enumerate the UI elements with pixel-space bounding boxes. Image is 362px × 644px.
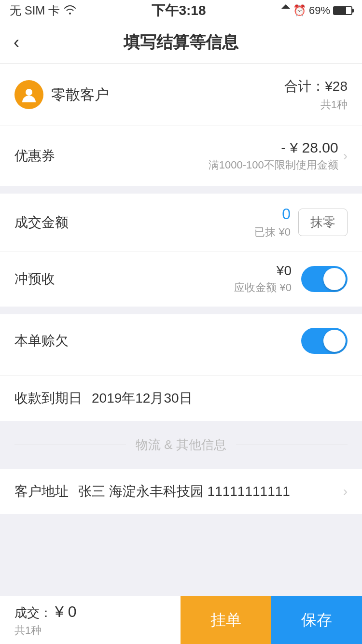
coupon-discount: - ¥ 28.00 xyxy=(209,140,338,156)
svg-point-0 xyxy=(26,89,32,96)
bottom-count: 共1种 xyxy=(14,623,166,638)
debt-section: 本单赊欠 收款到期日 2019年12月30日 xyxy=(0,314,362,421)
logistics-divider: 物流 & 其他信息 xyxy=(0,429,362,461)
customer-name: 零散客户 xyxy=(51,85,109,105)
alarm-icon: ⏰ xyxy=(293,4,306,17)
prereceive-info: ¥0 应收金额 ¥0 xyxy=(234,263,292,295)
address-section: 客户地址 张三 海淀永丰科技园 11111111111 › xyxy=(0,469,362,514)
status-time: 下午3:18 xyxy=(152,1,206,20)
no-sim-label: 无 SIM 卡 xyxy=(10,3,60,18)
location-icon xyxy=(281,4,290,17)
debt-label: 本单赊欠 xyxy=(14,332,69,350)
amount-value: 0 xyxy=(254,205,291,223)
coupon-row[interactable]: 优惠券 - ¥ 28.00 满1000-100不限制使用金额 › xyxy=(0,126,362,186)
page-title: 填写结算等信息 xyxy=(124,31,238,54)
nav-bar: ‹ 填写结算等信息 xyxy=(0,21,362,64)
address-chevron-icon: › xyxy=(343,484,348,499)
wifi-icon xyxy=(64,4,76,17)
customer-right: 合计：¥28 共1种 xyxy=(284,77,348,112)
bottom-spacer xyxy=(0,514,362,562)
address-label: 客户地址 xyxy=(14,482,69,501)
amount-label: 成交金额 xyxy=(14,213,69,232)
bottom-deal: 成交： ¥ 0 xyxy=(14,603,166,621)
divider-line-right xyxy=(236,445,348,445)
bottom-deal-label: 成交： xyxy=(14,604,52,621)
chevron-right-icon: › xyxy=(343,148,348,164)
coupon-desc: 满1000-100不限制使用金额 xyxy=(209,158,338,172)
status-right: ⏰ 69% xyxy=(281,4,352,17)
back-button[interactable]: ‹ xyxy=(14,32,19,53)
avatar xyxy=(14,80,43,109)
debt-toggle-knob xyxy=(323,330,346,352)
save-button[interactable]: 保存 xyxy=(271,596,362,644)
prereceive-receivable: 应收金额 ¥0 xyxy=(234,280,292,295)
amount-value-wrap: 0 已抹 ¥0 xyxy=(254,205,291,239)
address-value: 张三 海淀永丰科技园 11111111111 xyxy=(78,482,343,501)
battery-percent: 69% xyxy=(309,4,330,17)
toggle-knob xyxy=(323,268,346,290)
prereceive-row: 冲预收 ¥0 应收金额 ¥0 xyxy=(0,251,362,307)
amount-row: 成交金额 0 已抹 ¥0 抹零 xyxy=(0,194,362,251)
amount-sub: 已抹 ¥0 xyxy=(254,225,291,239)
coupon-right: - ¥ 28.00 满1000-100不限制使用金额 › xyxy=(209,140,348,172)
date-row: 收款到期日 2019年12月30日 xyxy=(0,375,362,421)
debt-inner: 本单赊欠 xyxy=(0,314,362,367)
customer-section: 零散客户 合计：¥28 共1种 优惠券 - ¥ 28.00 满1000-100不… xyxy=(0,64,362,186)
debt-toggle[interactable] xyxy=(301,328,348,354)
bottom-bar: 成交： ¥ 0 共1种 挂单 保存 xyxy=(0,596,362,644)
bottom-summary: 成交： ¥ 0 共1种 xyxy=(0,603,181,638)
prereceive-amount: ¥0 xyxy=(234,263,292,279)
prereceive-toggle[interactable] xyxy=(301,266,348,292)
debt-row: 本单赊欠 xyxy=(14,328,348,354)
battery-icon xyxy=(333,6,352,15)
customer-total: 合计：¥28 xyxy=(284,77,348,96)
bottom-deal-amount: ¥ 0 xyxy=(55,603,76,621)
prereceive-label: 冲预收 xyxy=(14,270,55,288)
amount-right: 0 已抹 ¥0 抹零 xyxy=(254,205,348,239)
prereceive-right: ¥0 应收金额 ¥0 xyxy=(234,263,348,295)
coupon-info: - ¥ 28.00 满1000-100不限制使用金额 xyxy=(209,140,338,172)
address-row[interactable]: 客户地址 张三 海淀永丰科技园 11111111111 › xyxy=(0,469,362,514)
amount-section: 成交金额 0 已抹 ¥0 抹零 冲预收 ¥0 应收金额 ¥0 xyxy=(0,194,362,307)
customer-row: 零散客户 合计：¥28 共1种 xyxy=(0,64,362,126)
status-left: 无 SIM 卡 xyxy=(10,3,76,18)
status-bar: 无 SIM 卡 下午3:18 ⏰ 69% xyxy=(0,0,362,21)
divider-line-left xyxy=(14,445,126,445)
date-value: 2019年12月30日 xyxy=(92,389,193,407)
customer-left: 零散客户 xyxy=(14,80,109,109)
logistics-label: 物流 & 其他信息 xyxy=(136,436,226,453)
round-button[interactable]: 抹零 xyxy=(298,209,348,236)
customer-count: 共1种 xyxy=(284,98,348,112)
coupon-label: 优惠券 xyxy=(14,147,55,165)
hang-button[interactable]: 挂单 xyxy=(181,596,271,644)
date-label: 收款到期日 xyxy=(14,389,82,407)
